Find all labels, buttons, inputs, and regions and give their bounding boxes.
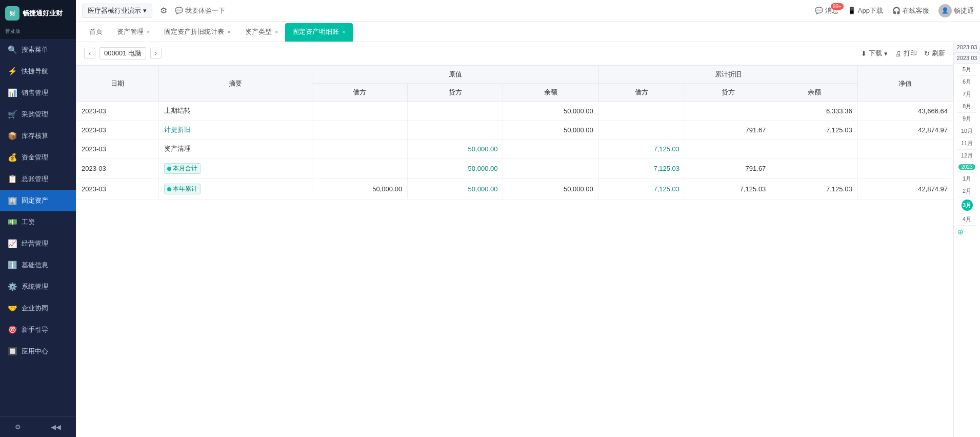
sidebar-item-sales[interactable]: 📊 销售管理 [0, 82, 76, 104]
cell-yz-debit-0 [312, 102, 407, 121]
sidebar-item-operations[interactable]: 📈 经营管理 [0, 233, 76, 254]
tab-label-depreciation_stat: 固定资产折旧统计表 [164, 27, 224, 36]
cell-lj-credit-2 [685, 140, 771, 158]
refresh-icon: ↻ [924, 50, 930, 57]
sidebar-icon-inventory: 📦 [7, 131, 17, 141]
asset-table: 日期 摘要 原值 累计折旧 净值 借方 贷方 余额 借方 贷方 余额 [76, 65, 953, 200]
cell-date-3: 2023-03 [76, 158, 159, 179]
sidebar-label-nav: 快捷导航 [22, 67, 48, 76]
download-btn[interactable]: ⬇ 下载 ▾ [861, 49, 888, 58]
cell-yz-credit-0 [408, 102, 503, 121]
print-icon: 🖨 [895, 50, 902, 57]
date-entry-8月[interactable]: 8月 [957, 101, 976, 113]
sidebar-icon-sales: 📊 [7, 88, 17, 98]
sidebar-label-purchase: 采购管理 [22, 110, 48, 119]
table-row: 2023-03 本年累计 50,000.00 50,000.00 50,000.… [76, 179, 953, 200]
sidebar-label-general: 总账管理 [22, 174, 48, 184]
cell-yz-credit-2: 50,000.00 [408, 140, 503, 158]
date-entry-11月[interactable]: 11月 [957, 137, 976, 150]
active-month: 3月 [962, 200, 973, 211]
cell-lj-debit-1 [598, 121, 685, 140]
date-entry-12月[interactable]: 12月 [957, 150, 976, 162]
tab-home[interactable]: 首页 [82, 23, 110, 42]
tab-close-asset_mgmt[interactable]: × [147, 29, 150, 35]
date-month-4月[interactable]: 4月 [957, 213, 976, 226]
tab-asset_detail[interactable]: 固定资产明细账× [285, 23, 352, 42]
user-menu[interactable]: 👤 畅捷通 [938, 4, 974, 17]
summary-text-1: 计提折旧 [164, 126, 191, 133]
topbar-settings-btn[interactable]: ⚙ [156, 4, 171, 18]
tab-close-asset_type[interactable]: × [275, 29, 278, 35]
date-entry-10月[interactable]: 10月 [957, 125, 976, 137]
project-dropdown-icon: ▾ [143, 7, 147, 14]
date-month-3月[interactable]: 3月 [957, 197, 976, 213]
tab-asset_type[interactable]: 资产类型× [238, 23, 285, 42]
app-download-btn[interactable]: 📱 App下载 [848, 6, 883, 15]
table-row: 2023-03 计提折旧 50,000.00 791.67 7,125.03 4… [76, 121, 953, 140]
cell-lj-debit-2: 7,125.03 [598, 140, 685, 158]
sidebar-label-system: 系统管理 [22, 282, 48, 291]
date-entry-5月[interactable]: 5月 [957, 64, 976, 76]
sidebar-item-capital[interactable]: 💰 资金管理 [0, 147, 76, 168]
tab-depreciation_stat[interactable]: 固定资产折旧统计表× [157, 23, 237, 42]
date-month-2月[interactable]: 2月 [957, 185, 976, 197]
message-badge: 99+ [831, 3, 844, 10]
sidebar-item-search[interactable]: 🔍 搜索菜单 [0, 39, 76, 61]
tab-close-asset_detail[interactable]: × [342, 29, 345, 35]
sidebar-item-purchase[interactable]: 🛒 采购管理 [0, 104, 76, 125]
sidebar-icon-payroll: 💵 [7, 217, 17, 227]
message-btn[interactable]: 💬 消息 99+ [815, 6, 838, 15]
sidebar-icon-fixed: 🏢 [7, 195, 17, 206]
sidebar-bottom: ⚙ ◀◀ [0, 416, 76, 437]
sidebar-item-inventory[interactable]: 📦 库存核算 [0, 125, 76, 147]
asset-code-tag: 000001 电脑 [99, 47, 146, 59]
date-month-1月[interactable]: 1月 [957, 173, 976, 185]
experience-label: 我要体验一下 [185, 6, 225, 15]
settings-btn[interactable]: ⚙ [11, 421, 25, 433]
sidebar-icon-apps: 🔲 [7, 346, 17, 356]
collapse-btn[interactable]: ◀◀ [47, 421, 65, 433]
cell-date-4: 2023-03 [76, 179, 159, 200]
project-selector[interactable]: 医疗器械行业演示 ▾ [82, 4, 152, 18]
next-asset-btn[interactable]: › [150, 48, 162, 59]
cell-netvalue-0: 43,666.64 [857, 102, 953, 121]
sidebar-label-guide: 新手引导 [22, 325, 48, 334]
user-name: 畅捷通 [954, 6, 974, 15]
cell-yz-debit-3 [312, 158, 407, 179]
cell-summary-3: 本月合计 [159, 158, 312, 179]
sidebar-item-system[interactable]: ⚙️ 系统管理 [0, 276, 76, 297]
sidebar-item-general[interactable]: 📋 总账管理 [0, 168, 76, 190]
download-dropdown-icon: ▾ [884, 50, 888, 57]
cell-yz-debit-2 [312, 140, 407, 158]
sidebar-label-fixed: 固定资产 [22, 196, 48, 205]
cell-summary-4: 本年累计 [159, 179, 312, 200]
date-entry-7月[interactable]: 7月 [957, 88, 976, 101]
cell-lj-balance-0: 6,333.36 [771, 102, 857, 121]
sidebar-item-fixed[interactable]: 🏢 固定资产 [0, 190, 76, 211]
print-btn[interactable]: 🖨 打印 [895, 49, 917, 58]
app-download-label: App下载 [858, 6, 883, 15]
app-edition: 普及版 [0, 27, 76, 39]
cell-lj-balance-3 [771, 158, 857, 179]
date-scroll-down[interactable]: ⊕ [957, 226, 976, 238]
cell-lj-balance-1: 7,125.03 [771, 121, 857, 140]
experience-icon: 💬 [175, 7, 183, 14]
sidebar-item-guide[interactable]: 🎯 新手引导 [0, 319, 76, 341]
sidebar-item-basic[interactable]: ℹ️ 基础信息 [0, 254, 76, 276]
cell-yz-credit-3: 50,000.00 [408, 158, 503, 179]
summary-badge-4: 本年累计 [164, 184, 201, 194]
date-entry-9月[interactable]: 9月 [957, 113, 976, 125]
sidebar-item-nav[interactable]: ⚡ 快捷导航 [0, 61, 76, 82]
experience-btn[interactable]: 💬 我要体验一下 [175, 6, 225, 15]
date-entry-6月[interactable]: 6月 [957, 76, 976, 88]
customer-service-btn[interactable]: 🎧 在线客服 [892, 6, 929, 15]
tab-close-depreciation_stat[interactable]: × [227, 29, 230, 35]
sidebar-item-payroll[interactable]: 💵 工资 [0, 211, 76, 233]
tab-asset_mgmt[interactable]: 资产管理× [110, 23, 157, 42]
sidebar-item-collab[interactable]: 🤝 企业协同 [0, 297, 76, 319]
prev-asset-btn[interactable]: ‹ [84, 48, 95, 59]
sidebar-icon-nav: ⚡ [7, 66, 17, 76]
cell-yz-debit-1 [312, 121, 407, 140]
sidebar-item-apps[interactable]: 🔲 应用中心 [0, 341, 76, 362]
refresh-btn[interactable]: ↻ 刷新 [924, 49, 945, 58]
